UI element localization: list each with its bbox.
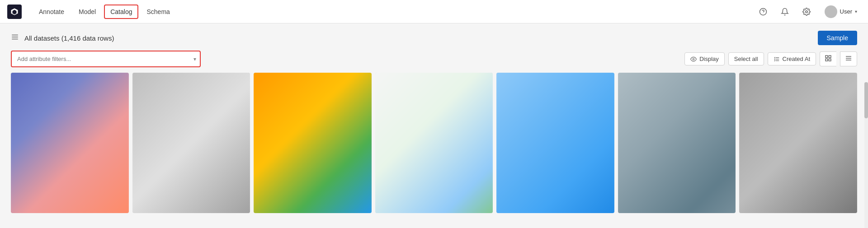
sort-icon	[774, 56, 780, 62]
filter-input[interactable]	[11, 51, 201, 67]
filter-input-wrapper: ▾	[11, 51, 201, 67]
nav-schema[interactable]: Schema	[140, 5, 176, 19]
navbar-right: User ▾	[756, 4, 861, 20]
settings-icon[interactable]	[799, 5, 814, 19]
svg-rect-14	[826, 59, 828, 61]
select-all-button[interactable]: Select all	[728, 52, 764, 65]
created-at-button[interactable]: Created At	[768, 52, 816, 65]
help-icon[interactable]	[756, 5, 770, 19]
display-label: Display	[699, 56, 719, 62]
user-name: User	[840, 8, 852, 15]
display-button[interactable]: Display	[684, 52, 725, 65]
list-item[interactable]	[739, 73, 857, 213]
svg-rect-13	[829, 56, 831, 58]
filter-row: ▾ Display Select all	[11, 51, 857, 67]
list-item[interactable]	[11, 73, 129, 213]
list-item[interactable]	[618, 73, 736, 213]
navbar: Annotate Model Catalog Schema	[0, 0, 868, 23]
nav-model[interactable]: Model	[72, 5, 102, 19]
list-item[interactable]	[132, 73, 250, 213]
svg-rect-15	[829, 59, 831, 61]
eye-icon	[690, 56, 697, 62]
view-grid-button[interactable]	[820, 51, 836, 66]
notifications-icon[interactable]	[778, 5, 792, 19]
created-at-label: Created At	[783, 56, 810, 62]
nav-catalog[interactable]: Catalog	[104, 5, 138, 19]
page-title: All datasets (1,416 data rows)	[24, 34, 114, 42]
header-left: All datasets (1,416 data rows)	[11, 33, 114, 43]
menu-icon[interactable]	[11, 33, 19, 43]
svg-rect-12	[826, 56, 828, 58]
svg-point-4	[805, 10, 807, 13]
list-item[interactable]	[254, 73, 372, 213]
app-logo[interactable]	[7, 5, 22, 19]
scrollbar-thumb[interactable]	[864, 82, 868, 118]
content-header: All datasets (1,416 data rows) Sample	[11, 31, 857, 45]
image-grid	[11, 73, 857, 213]
list-icon	[845, 55, 852, 62]
chevron-down-icon: ▾	[855, 9, 857, 14]
user-menu[interactable]: User ▾	[821, 4, 861, 20]
grid-icon	[825, 55, 832, 62]
svg-point-8	[693, 58, 694, 60]
list-item[interactable]	[496, 73, 614, 213]
avatar	[825, 5, 837, 18]
sample-button[interactable]: Sample	[818, 31, 857, 45]
scrollbar[interactable]	[864, 82, 868, 228]
toolbar-right: Display Select all Created At	[684, 51, 857, 66]
nav-annotate[interactable]: Annotate	[33, 5, 71, 19]
main-content: All datasets (1,416 data rows) Sample ▾ …	[0, 23, 868, 228]
list-item[interactable]	[375, 73, 493, 213]
view-list-button[interactable]	[840, 51, 857, 66]
nav-links: Annotate Model Catalog Schema	[33, 5, 756, 19]
